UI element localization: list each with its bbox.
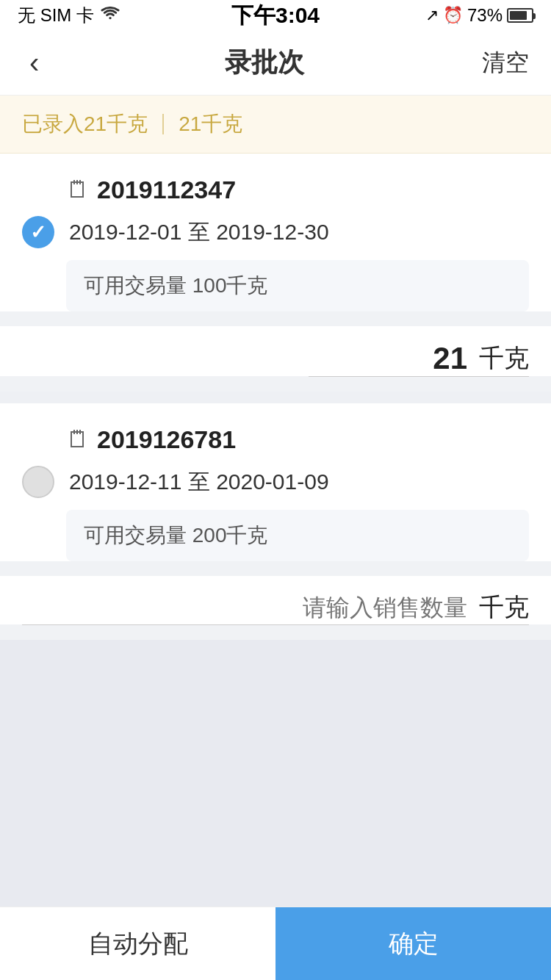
available-row-1: 可用交易量 100千克 <box>66 260 529 311</box>
amount-row-1: 千克 <box>0 326 551 376</box>
input-underline-2 <box>22 624 529 625</box>
batch-row-1[interactable]: ✓ 2019-12-01 至 2019-12-30 <box>22 216 529 248</box>
radio-unselected-2[interactable] <box>22 466 54 498</box>
batch-date-1: 2019-12-01 至 2019-12-30 <box>69 217 329 248</box>
battery-label: 73% <box>467 5 503 26</box>
info-banner: 已录入21千克 21千克 <box>0 96 551 154</box>
amount-underline-1 <box>309 376 529 377</box>
amount-unit-1: 千克 <box>479 342 529 375</box>
batch-doc-icon-2: 🗒 <box>66 426 90 453</box>
page-title: 录批次 <box>225 45 304 81</box>
batch-header-1: 🗒 2019112347 <box>66 176 529 204</box>
time-label: 下午3:04 <box>231 3 320 27</box>
radio-selected-1[interactable]: ✓ <box>22 216 54 248</box>
batch-doc-icon-1: 🗒 <box>66 176 90 203</box>
input-row-2: 千克 <box>0 576 551 624</box>
carrier-label: 无 SIM 卡 <box>18 4 94 27</box>
batch-card-2: 🗒 2019126781 2019-12-11 至 2020-01-09 可用交… <box>0 403 551 561</box>
batch-number-1: 2019112347 <box>97 176 236 204</box>
status-left: 无 SIM 卡 <box>18 4 120 27</box>
batch-card-1: 🗒 2019112347 ✓ 2019-12-01 至 2019-12-30 可… <box>0 154 551 311</box>
batch-row-2[interactable]: 2019-12-11 至 2020-01-09 <box>22 466 529 498</box>
battery-icon <box>507 8 533 23</box>
status-bar: 无 SIM 卡 下午3:04 ↗ ⏰ 73% <box>0 0 551 31</box>
batch-number-2: 2019126781 <box>97 425 236 454</box>
batch-date-2: 2019-12-11 至 2020-01-09 <box>69 467 329 497</box>
clear-button[interactable]: 清空 <box>482 47 529 79</box>
location-icon: ↗ <box>425 6 439 25</box>
auto-distribute-button[interactable]: 自动分配 <box>0 907 276 980</box>
time-display: 下午3:04 <box>231 1 320 31</box>
alarm-icon: ⏰ <box>443 6 463 25</box>
confirm-button[interactable]: 确定 <box>276 907 551 980</box>
info-divider <box>162 114 164 134</box>
content-scroll: 已录入21千克 21千克 🗒 2019112347 ✓ 2019-12-01 至… <box>0 96 551 980</box>
wifi-icon <box>100 5 120 26</box>
checkmark-icon-1: ✓ <box>30 221 46 244</box>
status-right: ↗ ⏰ 73% <box>425 5 533 26</box>
nav-bar: ‹ 录批次 清空 <box>0 31 551 96</box>
recorded-label: 已录入21千克 <box>22 110 148 138</box>
card-divider <box>0 392 551 403</box>
amount-input-1[interactable] <box>320 341 467 376</box>
sales-input-2[interactable] <box>22 594 467 621</box>
back-button[interactable]: ‹ <box>22 39 46 87</box>
total-label: 21千克 <box>179 110 242 138</box>
batch-header-2: 🗒 2019126781 <box>66 425 529 454</box>
bottom-bar: 自动分配 确定 <box>0 907 551 980</box>
sales-unit-2: 千克 <box>479 591 529 624</box>
available-row-2: 可用交易量 200千克 <box>66 510 529 561</box>
